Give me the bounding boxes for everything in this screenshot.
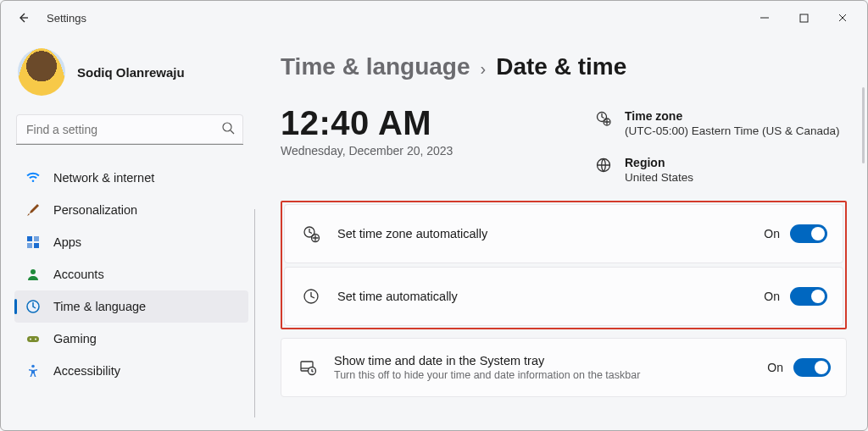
card-title: Set time automatically [337, 290, 764, 303]
search-input[interactable] [16, 114, 243, 145]
titlebar: Settings [1, 1, 867, 35]
sidebar-item-accounts[interactable]: Accounts [14, 258, 248, 290]
sidebar-item-personalization[interactable]: Personalization [14, 194, 248, 226]
current-time: 12:40 AM [281, 104, 577, 142]
sidebar-item-label: Personalization [53, 203, 137, 217]
sidebar-item-label: Accessibility [53, 364, 120, 378]
minimize-button[interactable] [745, 4, 784, 31]
toggle-auto-time[interactable] [790, 287, 827, 306]
svg-point-9 [30, 339, 31, 340]
scrollbar[interactable] [862, 87, 865, 163]
sidebar-item-gaming[interactable]: Gaming [14, 323, 248, 355]
card-title: Show time and date in the System tray [334, 354, 767, 367]
accessibility-icon [25, 362, 42, 379]
sidebar-item-accessibility[interactable]: Accessibility [14, 355, 248, 387]
gamepad-icon [25, 330, 42, 347]
arrow-left-icon [16, 11, 30, 25]
clock-globe-icon [300, 223, 322, 245]
card-desc: Turn this off to hide your time and date… [334, 369, 767, 381]
profile[interactable]: Sodiq Olanrewaju [14, 48, 248, 96]
info-column: Time zone (UTC-05:00) Eastern Time (US &… [594, 104, 847, 184]
svg-point-10 [35, 339, 36, 340]
svg-rect-2 [27, 236, 32, 241]
sidebar-item-label: Gaming [53, 332, 97, 345]
highlight-box: Set time zone automatically On Set time … [281, 201, 847, 329]
close-icon [837, 13, 848, 23]
close-button[interactable] [823, 4, 862, 31]
person-icon [25, 266, 42, 283]
back-button[interactable] [9, 4, 36, 31]
card-auto-time: Set time automatically On [284, 267, 843, 326]
window-controls [745, 4, 862, 31]
main-content: Time & language › Date & time 12:40 AM W… [255, 35, 867, 430]
sidebar-item-label: Network & internet [53, 171, 154, 185]
toggle-state: On [764, 290, 780, 303]
summary-row: 12:40 AM Wednesday, December 20, 2023 Ti… [281, 104, 847, 184]
card-title: Set time zone automatically [337, 227, 764, 240]
wifi-icon [25, 169, 42, 186]
sidebar-item-apps[interactable]: Apps [14, 226, 248, 258]
svg-rect-4 [27, 243, 32, 248]
svg-point-11 [31, 365, 35, 368]
profile-name: Sodiq Olanrewaju [77, 65, 185, 80]
search-box[interactable] [16, 114, 243, 145]
region-info: Region United States [594, 156, 847, 184]
timezone-value: (UTC-05:00) Eastern Time (US & Canada) [625, 124, 840, 137]
svg-rect-0 [800, 14, 808, 22]
minimize-icon [760, 13, 770, 23]
app-title: Settings [47, 12, 86, 25]
brush-icon [25, 202, 42, 218]
card-auto-timezone: Set time zone automatically On [284, 204, 843, 263]
sidebar: Sodiq Olanrewaju Network & internet [1, 35, 255, 430]
toggle-auto-timezone[interactable] [790, 224, 827, 243]
page-title: Date & time [496, 53, 626, 80]
region-label: Region [625, 156, 693, 169]
maximize-icon [799, 14, 809, 23]
svg-point-1 [223, 123, 231, 131]
sidebar-item-time-language[interactable]: Time & language [14, 290, 248, 323]
breadcrumb-root[interactable]: Time & language [281, 53, 470, 80]
settings-cards: Set time zone automatically On Set time … [281, 201, 847, 397]
toggle-system-tray[interactable] [793, 358, 831, 377]
apps-icon [25, 234, 42, 251]
region-value: United States [625, 171, 693, 184]
breadcrumb: Time & language › Date & time [281, 53, 847, 80]
clock-block: 12:40 AM Wednesday, December 20, 2023 [281, 104, 577, 184]
toggle-state: On [764, 227, 780, 240]
chevron-right-icon: › [481, 59, 487, 79]
avatar [18, 48, 65, 96]
current-date: Wednesday, December 20, 2023 [281, 144, 577, 157]
settings-window: Settings Sodiq Olanrewaju [0, 0, 868, 431]
maximize-button[interactable] [784, 4, 823, 31]
card-system-tray: Show time and date in the System tray Tu… [281, 338, 847, 397]
svg-rect-8 [27, 336, 39, 342]
sidebar-item-label: Time & language [53, 300, 146, 313]
sidebar-item-network[interactable]: Network & internet [14, 162, 248, 194]
tray-clock-icon [297, 356, 319, 379]
svg-rect-5 [34, 243, 39, 248]
sidebar-item-label: Accounts [53, 268, 104, 281]
svg-rect-3 [34, 236, 39, 241]
clock-icon [300, 285, 322, 307]
timezone-label: Time zone [625, 109, 840, 123]
globe-icon [594, 156, 613, 174]
nav-list: Network & internet Personalization Apps [14, 162, 248, 387]
clock-globe-icon [594, 109, 613, 128]
clock-globe-icon [25, 298, 42, 315]
toggle-state: On [767, 361, 783, 374]
timezone-info: Time zone (UTC-05:00) Eastern Time (US &… [594, 109, 847, 137]
search-icon [221, 121, 235, 138]
sidebar-item-label: Apps [53, 235, 81, 249]
svg-point-6 [31, 269, 36, 274]
